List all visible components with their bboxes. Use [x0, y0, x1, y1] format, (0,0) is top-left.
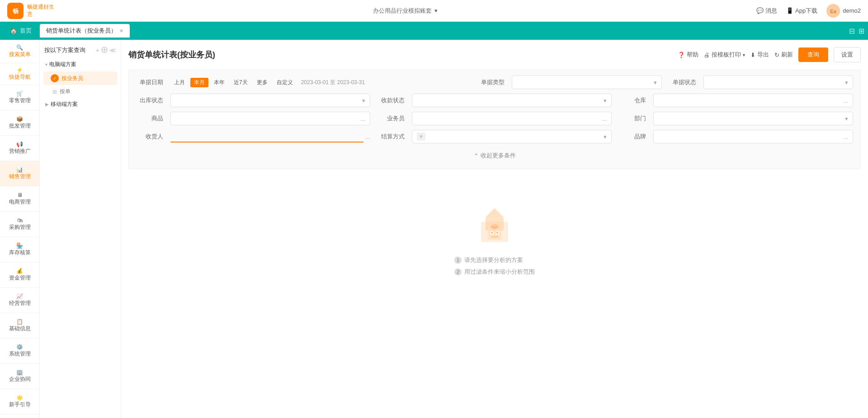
template-print-button[interactable]: 🖨 按模板打印 ▾ [704, 51, 745, 59]
date-tab-more[interactable]: 更多 [253, 78, 271, 87]
dept-select[interactable]: ▾ [653, 112, 853, 125]
goods-select[interactable]: ... [170, 112, 370, 125]
page-actions: ❓ 帮助 🖨 按模板打印 ▾ ⬇ 导出 ↻ 刷新 [678, 47, 861, 62]
settlement-tag-close[interactable]: × [420, 133, 423, 140]
consignee-control[interactable]: ... [170, 131, 370, 142]
dept-control[interactable]: ▾ [653, 112, 853, 125]
collapse-panel-icon[interactable]: ≪ [109, 47, 116, 54]
sidebar-item-enterprise[interactable]: 🏢 企业协同 [0, 364, 39, 389]
edit-scheme-icon[interactable] [101, 47, 108, 54]
tab-minimize-icon[interactable]: ⊟ [849, 27, 855, 35]
sidebar-quicknav-label: 快捷导航 [4, 73, 36, 81]
consignee-input[interactable] [170, 131, 363, 142]
user-menu[interactable]: Ea demo2 [826, 4, 861, 18]
sidebar-item-purchase[interactable]: 🛍 采购管理 [0, 212, 39, 237]
mobile-scheme-group: ▶ 移动端方案 [40, 98, 121, 111]
purchase-icon: 🛍 [2, 217, 38, 223]
warehouse-control[interactable]: ... [653, 94, 853, 107]
svg-point-17 [496, 232, 498, 233]
sidebar-item-inventory[interactable]: 🏪 库存核算 [0, 237, 39, 262]
salesman-select[interactable]: ... [412, 112, 612, 125]
sidebar-item-operations[interactable]: 📈 经营管理 [0, 288, 39, 313]
app-download-button[interactable]: 📱 App下载 [786, 7, 817, 15]
sidebar-marketing-label: 营销推广 [2, 147, 38, 155]
filter-row-2: 出库状态 ▾ 收款状态 ▾ 仓库 [136, 94, 853, 107]
doc-type-select[interactable]: ▾ [512, 76, 662, 89]
sidebar-item-system[interactable]: ⚙️ 系统管理 [0, 338, 39, 364]
sidebar-item-finance[interactable]: 💰 资金管理 [0, 262, 39, 288]
salesman-control[interactable]: ... [412, 112, 612, 125]
out-status-select[interactable]: ▾ [170, 94, 370, 107]
query-button[interactable]: 查询 [798, 48, 828, 62]
doc-status-control[interactable]: ▾ [703, 76, 854, 89]
refresh-button[interactable]: ↻ 刷新 [774, 51, 793, 59]
scheme-item-by-salesman[interactable]: ✓ 按业务员 [43, 71, 117, 85]
goods-label: 商品 [136, 114, 163, 123]
message-button[interactable]: 💬 消息 [756, 7, 777, 15]
sidebar-newbie-label: 新手引导 [2, 401, 38, 408]
sidebar-item-marketing[interactable]: 📢 营销推广 [0, 136, 39, 161]
settlement-control[interactable]: × ▾ [412, 130, 612, 143]
brand-control[interactable]: ... [653, 130, 853, 143]
logo-icon: 畅 [7, 3, 24, 19]
logo-text: 畅捷通好生意 [27, 4, 54, 18]
settlement-select[interactable]: × ▾ [412, 130, 612, 143]
scheme-by-order-label: 按单 [60, 88, 71, 95]
sidebar-item-quicknav[interactable]: ⚡ 快捷导航 [0, 63, 39, 85]
consignee-label: 收货人 [136, 133, 163, 141]
mobile-scheme-group-title[interactable]: ▶ 移动端方案 [42, 98, 119, 111]
sidebar-item-ecommerce[interactable]: 🖥 电商管理 [0, 186, 39, 212]
date-label: 单据日期 [136, 78, 163, 86]
date-tab-this-month[interactable]: 本月 [190, 78, 208, 87]
breadcrumb[interactable]: 办公用品行业模拟账套 ▾ [373, 7, 438, 15]
date-tab-last-month[interactable]: 上月 [170, 78, 189, 87]
tab-maximize-icon[interactable]: ⊞ [859, 27, 864, 35]
out-status-control[interactable]: ▾ [170, 94, 370, 107]
sidebar-item-sales[interactable]: 📊 销售管理 [0, 161, 39, 186]
sidebar-item-wholesale[interactable]: 📦 批发管理 [0, 110, 39, 136]
filter-area: 单据日期 上月 本月 本年 近7天 更多 自定义 2023-03-01 至 20… [128, 70, 861, 169]
date-filter-control: 上月 本月 本年 近7天 更多 自定义 2023-03-01 至 2023-03… [170, 78, 470, 87]
doc-type-control[interactable]: ▾ [512, 76, 662, 89]
logo-area: 畅 畅捷通好生意 [7, 3, 54, 19]
dept-label: 部门 [619, 114, 646, 123]
scheme-sub-by-order[interactable]: ⊞ 按单 [42, 86, 119, 98]
empty-state: 1 请先选择要分析的方案 2 用过滤条件来缩小分析范围 [128, 176, 861, 307]
brand-select[interactable]: ... [653, 130, 853, 143]
sidebar-item-retail[interactable]: 🛒 零售管理 [0, 85, 39, 110]
pc-group-label: 电脑端方案 [49, 61, 76, 68]
tab-close-icon[interactable]: ✕ [119, 28, 123, 33]
app-download-label: App下载 [795, 7, 817, 15]
user-name: demo2 [843, 7, 861, 14]
export-button[interactable]: ⬇ 导出 [750, 51, 769, 59]
help-button[interactable]: ❓ 帮助 [678, 51, 698, 59]
sidebar-item-newbie[interactable]: 🌟 新手引导 [0, 389, 39, 414]
goods-control[interactable]: ... [170, 112, 370, 125]
pc-scheme-group-title[interactable]: ▾ 电脑端方案 [42, 58, 119, 71]
tab-home[interactable]: 🏠 首页 [4, 24, 38, 38]
date-tab-this-year[interactable]: 本年 [210, 78, 228, 87]
print-icon: 🖨 [704, 52, 710, 58]
sidebar-item-basics[interactable]: 📋 基础信息 [0, 313, 39, 338]
wholesale-icon: 📦 [2, 116, 38, 122]
tab-sales-stats-label: 销货单统计表（按业务员） [46, 27, 117, 35]
brand-dots: ... [843, 133, 848, 140]
sidebar-item-appstore[interactable]: 🔲 应用中心 [0, 414, 39, 418]
sidebar-item-search[interactable]: 🔍 搜索菜单 [0, 40, 39, 63]
receive-status-select[interactable]: ▾ [412, 94, 612, 107]
out-status-arrow: ▾ [362, 97, 365, 104]
doc-type-label: 单据类型 [477, 78, 505, 86]
system-icon: ⚙️ [2, 344, 38, 350]
date-tab-7days[interactable]: 近7天 [230, 78, 251, 87]
receive-status-control[interactable]: ▾ [412, 94, 612, 107]
tab-sales-stats[interactable]: 销货单统计表（按业务员） ✕ [40, 24, 130, 38]
setting-button[interactable]: 设置 [834, 47, 861, 62]
add-scheme-icon[interactable]: + [96, 47, 99, 54]
empty-illustration [472, 204, 517, 249]
date-tab-custom[interactable]: 自定义 [273, 78, 297, 87]
settlement-arrow: ▾ [604, 133, 607, 140]
warehouse-select[interactable]: ... [653, 94, 853, 107]
collapse-filter-button[interactable]: ⌃ 收起更多条件 [136, 148, 853, 163]
doc-status-select[interactable]: ▾ [703, 76, 854, 89]
left-panel-header: 按以下方案查询 + ≪ [40, 44, 121, 58]
